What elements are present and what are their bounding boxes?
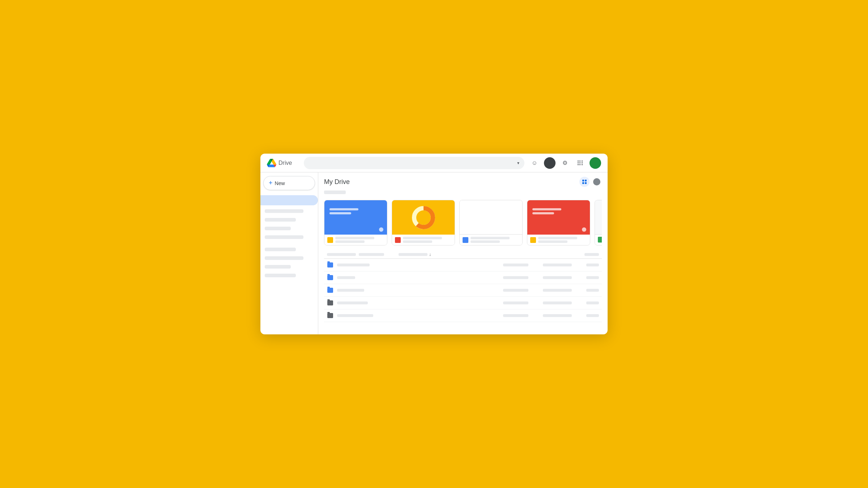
photos-icon <box>395 237 401 243</box>
shared-folder-icon <box>327 262 333 268</box>
apps-button[interactable] <box>574 157 586 169</box>
list-item[interactable] <box>324 284 602 297</box>
avatar[interactable] <box>590 157 601 169</box>
list-item[interactable] <box>324 259 602 271</box>
file-card[interactable] <box>527 200 590 245</box>
folder-icon-container <box>327 312 333 319</box>
list-item[interactable] <box>324 297 602 309</box>
sidebar-item[interactable] <box>265 218 296 222</box>
main-header: My Drive <box>324 177 602 187</box>
thumb-dot <box>582 227 586 232</box>
file-name-line <box>335 237 374 239</box>
account-icon <box>593 178 600 185</box>
thumb-line <box>329 208 358 210</box>
grid-view-button[interactable] <box>579 177 590 187</box>
sidebar-item[interactable] <box>265 274 296 277</box>
file-card[interactable] <box>392 200 455 245</box>
file-owner <box>503 289 528 292</box>
drive-logo-icon <box>267 158 276 168</box>
logo-area: Drive <box>267 158 299 168</box>
sidebar-active-item[interactable] <box>260 195 318 205</box>
file-card-info <box>595 235 602 245</box>
thumb-lines <box>532 208 561 214</box>
list-view-button[interactable] <box>592 177 602 187</box>
list-item[interactable] <box>324 309 602 322</box>
search-input[interactable] <box>309 160 514 166</box>
slides-icon <box>530 237 536 243</box>
dark-circle-button[interactable] <box>544 157 556 169</box>
file-name <box>337 314 373 317</box>
file-name-line <box>471 237 510 239</box>
file-name <box>337 276 355 279</box>
emoji-icon: ☺ <box>532 160 537 166</box>
shared-folder-icon <box>327 287 333 294</box>
list-header: ↓ <box>324 251 602 259</box>
sort-arrow-icon[interactable]: ↓ <box>429 252 431 257</box>
list-item[interactable] <box>324 271 602 284</box>
file-card[interactable] <box>459 200 523 245</box>
file-size <box>586 301 599 304</box>
sidebar-item[interactable] <box>265 209 303 213</box>
settings-button[interactable]: ⚙ <box>559 157 571 169</box>
slides-icon <box>327 237 333 243</box>
files-grid <box>324 200 602 245</box>
folder-icon <box>327 275 333 280</box>
sidebar: + New <box>260 172 318 334</box>
thumb-lines <box>329 208 358 214</box>
new-button-label: New <box>275 180 285 186</box>
main-content: My Drive <box>318 172 608 334</box>
folder-icon-container <box>327 300 333 306</box>
file-card-info <box>460 235 522 245</box>
file-modified <box>543 264 572 266</box>
file-date-line <box>403 240 432 243</box>
folder-icon <box>327 262 333 267</box>
sidebar-item[interactable] <box>265 256 303 260</box>
file-owner <box>503 264 528 266</box>
column-name <box>327 253 356 256</box>
file-size <box>586 314 599 317</box>
docs-icon <box>463 237 468 243</box>
search-chevron-icon[interactable]: ▾ <box>517 160 519 166</box>
file-owner <box>503 301 528 304</box>
emoji-button[interactable]: ☺ <box>529 157 540 169</box>
file-thumbnail <box>595 200 602 235</box>
file-size <box>586 289 599 292</box>
shared-folder-icon <box>327 274 333 281</box>
file-owner <box>503 314 528 317</box>
column-owner <box>359 253 384 256</box>
file-modified <box>543 314 572 317</box>
file-card-info <box>392 235 455 245</box>
file-date-line <box>538 240 567 243</box>
plus-icon: + <box>269 179 273 187</box>
file-info-lines <box>335 237 384 243</box>
app-body: + New My Drive <box>260 172 608 334</box>
file-name <box>337 301 368 304</box>
app-title: Drive <box>278 160 292 166</box>
search-bar[interactable]: ▾ <box>304 157 524 169</box>
sidebar-item[interactable] <box>265 248 296 251</box>
apps-icon <box>578 160 583 166</box>
thumb-line <box>329 212 351 214</box>
thumb-dot <box>379 227 383 232</box>
new-button[interactable]: + New <box>263 176 315 190</box>
file-thumbnail <box>392 200 455 235</box>
sidebar-item[interactable] <box>265 265 291 269</box>
file-date-line <box>471 240 500 243</box>
file-owner <box>503 276 528 279</box>
file-name-line <box>538 237 577 239</box>
sheets-icon <box>598 237 602 243</box>
file-thumbnail <box>527 200 590 235</box>
column-size <box>584 253 599 256</box>
file-thumbnail <box>460 200 522 235</box>
file-info-lines <box>403 237 452 243</box>
file-name-line <box>403 237 442 239</box>
file-card[interactable] <box>324 200 387 245</box>
file-card[interactable] <box>595 200 602 245</box>
header-icons: ☺ ⚙ <box>529 157 601 169</box>
sidebar-item[interactable] <box>265 235 303 239</box>
file-date-line <box>335 240 365 243</box>
sidebar-item[interactable] <box>265 227 291 230</box>
file-modified <box>543 276 572 279</box>
thumb-line <box>532 208 561 210</box>
file-size <box>586 276 599 279</box>
